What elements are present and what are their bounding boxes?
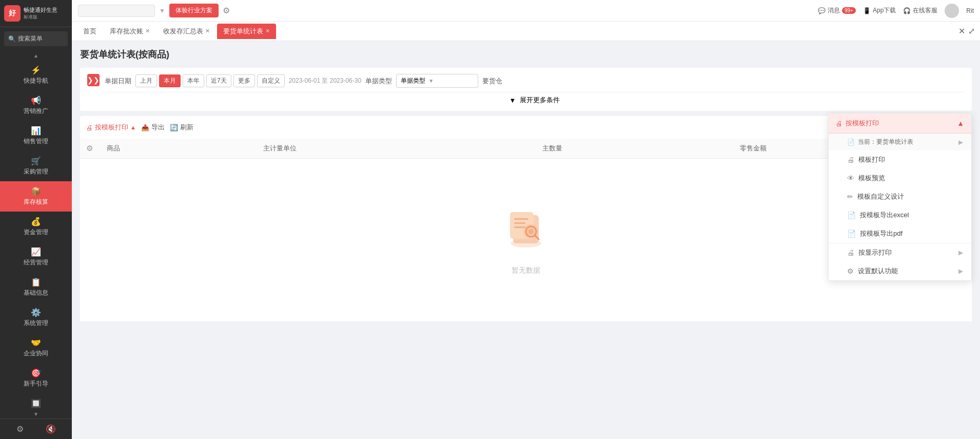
sales-icon: 📊 bbox=[31, 126, 41, 136]
breadcrumb-search-input[interactable] bbox=[78, 5, 155, 17]
inventory-batch-tab-close[interactable]: ✕ bbox=[145, 28, 150, 34]
no-data-text: 暂无数据 bbox=[512, 266, 540, 275]
search-icon: 🔍 bbox=[8, 35, 16, 43]
quicknav-icon: ⚡ bbox=[31, 65, 41, 75]
date-btn-more[interactable]: 更多 bbox=[233, 74, 255, 87]
settings-bottom-button[interactable]: ⚙ bbox=[16, 424, 24, 434]
export-pdf-label: 按模板导出pdf bbox=[860, 229, 903, 238]
refresh-icon: 🔄 bbox=[170, 124, 178, 131]
receipt-summary-tab-label: 收发存汇总表 bbox=[163, 27, 203, 36]
date-btn-this-month[interactable]: 本月 bbox=[159, 74, 181, 87]
sidebar-search-area[interactable]: 🔍 搜索菜单 bbox=[0, 27, 72, 50]
scroll-up-arrow[interactable]: ▲ bbox=[32, 52, 40, 60]
inventory-batch-tab-label: 库存批次账 bbox=[110, 27, 143, 36]
mute-button[interactable]: 🔇 bbox=[46, 424, 56, 434]
receipt-summary-tab-close[interactable]: ✕ bbox=[205, 28, 210, 34]
tab-order-stats[interactable]: 要货单统计表 ✕ bbox=[217, 24, 276, 39]
export-excel-icon: 📄 bbox=[847, 211, 856, 219]
date-btn-7days[interactable]: 近7天 bbox=[206, 74, 231, 87]
dropdown-current-template[interactable]: 📄 当前：要货单统计表 ▶ bbox=[829, 133, 971, 150]
bill-type-label: 单据类型 bbox=[365, 77, 392, 86]
online-service-button[interactable]: 🎧 在线客服 bbox=[903, 6, 937, 15]
col-unit: 主计量单位 bbox=[257, 139, 536, 159]
sidebar-item-quicknav[interactable]: ⚡ 快捷导航 bbox=[0, 60, 72, 90]
tab-receipt-summary[interactable]: 收发存汇总表 ✕ bbox=[157, 24, 216, 39]
svg-point-9 bbox=[528, 229, 534, 234]
current-template-arrow: ▶ bbox=[958, 139, 963, 146]
date-btn-last-month[interactable]: 上月 bbox=[135, 74, 157, 87]
dropdown-header[interactable]: 🖨 按模板打印 ▲ bbox=[829, 113, 971, 133]
sidebar-logo: 好 畅捷通好生意 标准版 bbox=[0, 0, 72, 27]
page-title: 要货单统计表(按商品) bbox=[80, 48, 972, 61]
col-qty: 主数量 bbox=[536, 139, 734, 159]
enterprise-label: 企业协同 bbox=[24, 349, 48, 358]
template-preview-label: 模板预览 bbox=[858, 174, 885, 183]
current-template-label: 当前：要货单统计表 bbox=[858, 138, 913, 146]
guide-icon: 🎯 bbox=[31, 368, 41, 378]
operation-label: 经营管理 bbox=[24, 258, 48, 267]
tab-home[interactable]: 首页 bbox=[77, 24, 103, 39]
sidebar-item-inventory[interactable]: 📦 库存核算 bbox=[0, 181, 72, 212]
sidebar-item-marketing[interactable]: 📢 营销推广 bbox=[0, 90, 72, 121]
scroll-down-arrow[interactable]: ▼ bbox=[32, 410, 40, 418]
order-stats-tab-close[interactable]: ✕ bbox=[265, 28, 270, 34]
current-template-icon: 📄 bbox=[847, 139, 855, 146]
sidebar-item-finance[interactable]: 💰 资金管理 bbox=[0, 212, 72, 242]
sidebar-item-operation[interactable]: 📈 经营管理 bbox=[0, 242, 72, 272]
dropdown-title: 按模板打印 bbox=[846, 119, 879, 128]
sidebar-item-system[interactable]: ⚙️ 系统管理 bbox=[0, 302, 72, 333]
top-header: ▼ 体验行业方案 ⚙ 💬 消息 99+ 📱 App下载 🎧 在线客服 Rit bbox=[72, 0, 980, 22]
expand-more-conditions[interactable]: ▼ 展开更多条件 bbox=[105, 92, 965, 105]
export-pdf-icon: 📄 bbox=[847, 230, 856, 238]
basic-icon: 📋 bbox=[31, 277, 41, 287]
dropdown-item-template-custom[interactable]: ✏ 模板自定义设计 bbox=[829, 187, 971, 206]
col-product: 商品 bbox=[101, 139, 257, 159]
refresh-button[interactable]: 🔄 刷新 bbox=[170, 123, 193, 132]
tab-expand-button[interactable]: ⤢ bbox=[968, 26, 975, 36]
print-template-button[interactable]: 🖨 按模板打印 ▲ bbox=[86, 123, 136, 132]
search-menu-button[interactable]: 🔍 搜索菜单 bbox=[4, 31, 68, 46]
dropdown-item-template-print[interactable]: 🖨 模板打印 bbox=[829, 150, 971, 169]
dropdown-item-set-default[interactable]: ⚙ 设置默认功能 ▶ bbox=[829, 262, 971, 280]
sidebar-item-purchase[interactable]: 🛒 采购管理 bbox=[0, 151, 72, 181]
inventory-label: 库存核算 bbox=[24, 198, 48, 206]
svg-rect-4 bbox=[514, 222, 525, 224]
avatar[interactable] bbox=[945, 4, 959, 18]
sidebar-item-basic[interactable]: 📋 基础信息 bbox=[0, 272, 72, 302]
sidebar-item-apps[interactable]: 🔲 应用中心 bbox=[0, 393, 72, 409]
dropdown-item-export-pdf[interactable]: 📄 按模板导出pdf bbox=[829, 224, 971, 243]
filter-expand-button[interactable]: ❯❯ bbox=[87, 74, 100, 86]
tab-inventory-batch[interactable]: 库存批次账 ✕ bbox=[104, 24, 156, 39]
guide-label: 新手引导 bbox=[24, 379, 48, 388]
svg-rect-3 bbox=[514, 218, 528, 220]
export-button[interactable]: 📤 导出 bbox=[141, 123, 165, 132]
sidebar-item-sales[interactable]: 📊 销售管理 bbox=[0, 121, 72, 151]
dropdown-item-export-excel[interactable]: 📄 按模板导出excel bbox=[829, 206, 971, 224]
expand-label: 展开更多条件 bbox=[520, 96, 560, 105]
dropdown-item-template-preview[interactable]: 👁 模板预览 bbox=[829, 169, 971, 187]
date-btn-custom[interactable]: 自定义 bbox=[257, 74, 285, 87]
set-default-label: 设置默认功能 bbox=[858, 266, 898, 276]
no-data-icon bbox=[503, 205, 549, 261]
gear-settings-icon[interactable]: ⚙ bbox=[223, 6, 230, 15]
template-preview-icon: 👁 bbox=[847, 174, 854, 182]
inventory-icon: 📦 bbox=[31, 186, 41, 196]
export-excel-label: 按模板导出excel bbox=[860, 211, 909, 220]
system-label: 系统管理 bbox=[24, 319, 48, 328]
table-gear-icon[interactable]: ⚙ bbox=[86, 144, 93, 152]
tab-btns-right: ✕ ⤢ bbox=[958, 26, 975, 36]
date-range: 2023-06-01 至 2023-06-30 bbox=[289, 77, 361, 85]
bill-type-select[interactable]: 单据类型 ▼ bbox=[396, 74, 478, 88]
tab-close-button[interactable]: ✕ bbox=[958, 26, 965, 36]
expand-icon: ▼ bbox=[509, 97, 516, 104]
bill-type-arrow-icon: ▼ bbox=[428, 78, 434, 84]
dropdown-item-display-print[interactable]: 🖨 按显示打印 ▶ bbox=[829, 243, 971, 262]
messages-button[interactable]: 💬 消息 99+ bbox=[818, 6, 856, 15]
sidebar-item-guide[interactable]: 🎯 新手引导 bbox=[0, 363, 72, 393]
experience-button[interactable]: 体验行业方案 bbox=[169, 4, 219, 17]
sidebar-item-enterprise[interactable]: 🤝 企业协同 bbox=[0, 333, 72, 363]
message-badge: 99+ bbox=[842, 7, 856, 14]
operation-icon: 📈 bbox=[31, 247, 41, 257]
date-btn-this-year[interactable]: 本年 bbox=[183, 74, 204, 87]
app-download-button[interactable]: 📱 App下载 bbox=[863, 6, 896, 15]
